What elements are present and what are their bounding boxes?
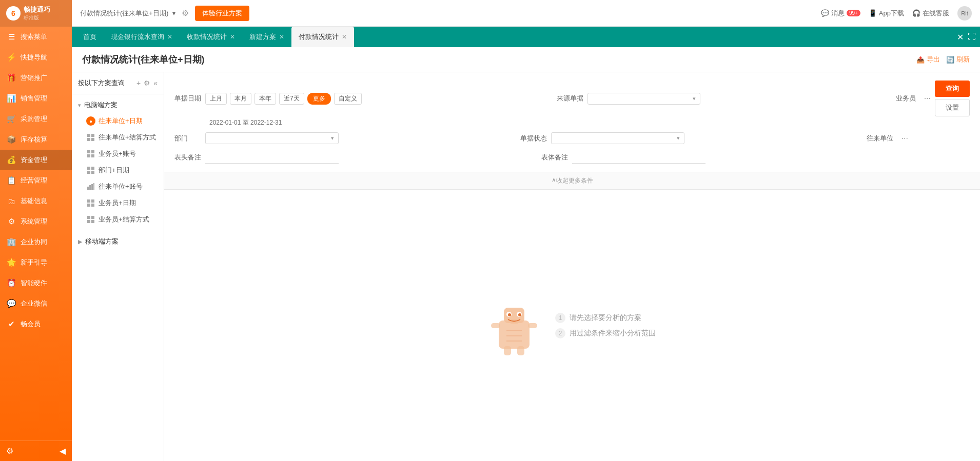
mobile-group-title[interactable]: ▶ 移动端方案 xyxy=(72,234,164,249)
sidebar-item-member[interactable]: ✔ 畅会员 xyxy=(0,314,72,334)
sidebar-item-wechat[interactable]: 💬 企业微信 xyxy=(0,293,72,314)
body-note-input[interactable] xyxy=(572,151,705,164)
tab-close-new-plan[interactable]: ✕ xyxy=(279,33,284,41)
desktop-arrow-icon: ▾ xyxy=(78,102,81,109)
sidebar-item-finance[interactable]: 💰 资金管理 xyxy=(0,150,72,170)
member-icon: ✔ xyxy=(6,319,16,329)
tab-bank-flow[interactable]: 现金银行流水查询 ✕ xyxy=(104,27,180,47)
scheme-item-active-icon: ● xyxy=(86,116,95,126)
sidebar-item-quick-nav[interactable]: ⚡ 快捷导航 xyxy=(0,47,72,68)
app-download-item[interactable]: 📱 App下载 xyxy=(869,9,904,18)
source-label: 来源单据 xyxy=(557,94,583,103)
sidebar-item-label: 企业协同 xyxy=(21,237,47,247)
scheme-settings-icon[interactable]: ⚙ xyxy=(144,79,150,87)
scheme-item-partner-account[interactable]: 往来单位+账号 xyxy=(72,178,164,195)
content-area: 按以下方案查询 + ⚙ « ▾ 电脑端方案 ● 往来单位+日期 xyxy=(72,72,980,461)
tip-num-2: 2 xyxy=(555,328,565,338)
sidebar-item-search-menu[interactable]: ☰ 搜索菜单 xyxy=(0,27,72,47)
tab-close-all-icon[interactable]: ✕ xyxy=(957,32,964,42)
scheme-item-partner-settle[interactable]: 往来单位+结算方式 xyxy=(72,129,164,146)
tab-payment-stats[interactable]: 付款情况统计 ✕ xyxy=(291,27,354,47)
svg-rect-24 xyxy=(499,320,530,349)
source-dropdown-icon: ▾ xyxy=(693,95,696,102)
scheme-item-staff-account[interactable]: 业务员+账号 xyxy=(72,146,164,162)
svg-rect-7 xyxy=(91,154,94,157)
grid-icon-2 xyxy=(86,149,95,158)
tab-fullscreen-icon[interactable]: ⛶ xyxy=(968,32,976,42)
sidebar-item-basic-info[interactable]: 🗂 基础信息 xyxy=(0,191,72,211)
sidebar-item-sales[interactable]: 📊 销售管理 xyxy=(0,88,72,109)
tab-close-bank-flow[interactable]: ✕ xyxy=(167,33,172,41)
collapse-bar[interactable]: ∧ 收起更多条件 xyxy=(164,172,980,190)
sidebar-item-label: 搜索菜单 xyxy=(21,32,47,42)
message-item[interactable]: 💬 消息 99+ xyxy=(821,9,860,18)
status-label: 单据状态 xyxy=(520,134,547,143)
basic-info-icon: 🗂 xyxy=(6,196,16,206)
svg-rect-18 xyxy=(87,204,90,207)
service-item[interactable]: 🎧 在线客服 xyxy=(912,9,949,18)
scheme-add-icon[interactable]: + xyxy=(136,79,141,87)
svg-rect-11 xyxy=(91,171,94,174)
date-btn-this-year[interactable]: 本年 xyxy=(254,93,276,105)
scheme-item-staff-date[interactable]: 业务员+日期 xyxy=(72,195,164,211)
date-options: 上月 本月 本年 近7天 更多 自定义 xyxy=(205,93,362,105)
topbar-title: 付款情况统计(往来单位+日期) xyxy=(80,9,168,18)
status-select[interactable]: ▾ xyxy=(551,132,684,144)
date-btn-more[interactable]: 更多 xyxy=(307,93,331,105)
sidebar-item-enterprise[interactable]: 🏢 企业协同 xyxy=(0,232,72,252)
salesperson-dots[interactable]: ··· xyxy=(924,94,931,103)
partner-dots[interactable]: ··· xyxy=(901,134,908,143)
logo-text: 畅捷通巧 xyxy=(24,5,50,14)
date-btn-custom[interactable]: 自定义 xyxy=(334,93,362,105)
trial-button[interactable]: 体验行业方案 xyxy=(195,6,249,21)
svg-point-30 xyxy=(518,313,521,316)
body-note-label: 表体备注 xyxy=(541,153,568,162)
tab-home[interactable]: 首页 xyxy=(76,27,104,47)
sidebar-item-inventory[interactable]: 📦 库存核算 xyxy=(0,129,72,150)
scheme-item-partner-date[interactable]: ● 往来单位+日期 xyxy=(72,113,164,129)
bottom-settings-icon[interactable]: ⚙ xyxy=(6,446,13,456)
sidebar-item-label: 快捷导航 xyxy=(21,53,47,62)
sidebar-nav: ☰ 搜索菜单 ⚡ 快捷导航 🎁 营销推广 📊 销售管理 🛒 采购管理 📦 库存核… xyxy=(0,27,72,440)
topbar-settings-icon[interactable]: ⚙ xyxy=(182,8,189,18)
sidebar-logo: 6 畅捷通巧 标准版 xyxy=(0,0,72,27)
sidebar-item-purchase[interactable]: 🛒 采购管理 xyxy=(0,109,72,129)
export-button[interactable]: 📤 导出 xyxy=(916,55,940,64)
svg-rect-19 xyxy=(91,204,94,207)
scheme-item-staff-settle[interactable]: 业务员+结算方式 xyxy=(72,211,164,228)
header-note-input[interactable] xyxy=(205,151,339,164)
source-select[interactable]: ▾ xyxy=(587,93,700,105)
sidebar-item-marketing[interactable]: 🎁 营销推广 xyxy=(0,68,72,88)
desktop-group-title[interactable]: ▾ 电脑端方案 xyxy=(72,97,164,113)
tab-new-plan[interactable]: 新建方案 ✕ xyxy=(242,27,291,47)
topbar-dropdown-icon[interactable]: ▾ xyxy=(172,10,175,17)
date-btn-last-month[interactable]: 上月 xyxy=(205,93,227,105)
svg-rect-14 xyxy=(91,184,93,190)
tabbar-right: ✕ ⛶ xyxy=(957,32,976,42)
purchase-icon: 🛒 xyxy=(6,114,16,124)
scheme-collapse-icon[interactable]: « xyxy=(153,79,158,87)
sidebar-item-guide[interactable]: 🌟 新手引导 xyxy=(0,252,72,273)
bottom-collapse-icon[interactable]: ◀ xyxy=(60,446,66,456)
date-btn-7days[interactable]: 近7天 xyxy=(279,93,304,105)
svg-rect-9 xyxy=(91,167,94,170)
dept-select[interactable]: ▾ xyxy=(205,132,339,144)
service-icon: 🎧 xyxy=(912,9,920,17)
mobile-arrow-icon: ▶ xyxy=(78,238,82,245)
sidebar-item-operation[interactable]: 📋 经营管理 xyxy=(0,170,72,191)
query-button[interactable]: 查询 xyxy=(935,81,970,97)
user-avatar[interactable]: Rit xyxy=(957,6,972,21)
settings-button[interactable]: 设置 xyxy=(935,99,970,116)
tab-close-receipt-stats[interactable]: ✕ xyxy=(230,33,235,41)
tab-receipt-stats[interactable]: 收款情况统计 ✕ xyxy=(180,27,242,47)
refresh-button[interactable]: 🔄 刷新 xyxy=(946,55,970,64)
empty-texts: 1 请先选择要分析的方案 2 用过滤条件来缩小分析范围 xyxy=(555,313,656,338)
sidebar-item-system[interactable]: ⚙ 系统管理 xyxy=(0,211,72,232)
svg-rect-8 xyxy=(87,167,90,170)
tab-close-payment-stats[interactable]: ✕ xyxy=(342,33,347,41)
sidebar-item-hardware[interactable]: ⏰ 智能硬件 xyxy=(0,273,72,293)
scheme-item-dept-date[interactable]: 部门+日期 xyxy=(72,162,164,178)
svg-rect-2 xyxy=(87,138,90,141)
date-btn-this-month[interactable]: 本月 xyxy=(230,93,251,105)
filter-row-2: 部门 ▾ 单据状态 ▾ 往来单位 ··· xyxy=(174,132,970,144)
